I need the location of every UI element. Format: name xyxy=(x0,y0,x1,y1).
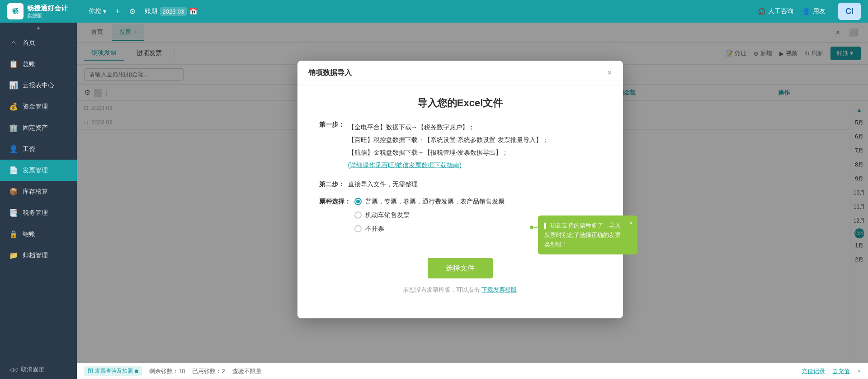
tooltip-bar xyxy=(544,223,546,229)
sidebar-item-invoice[interactable]: 📄 发票管理 xyxy=(0,160,77,181)
footer-text: 若您没有发票模版，可以点击 xyxy=(403,286,480,293)
headset-icon: 🎧 xyxy=(758,8,765,15)
radio-item-2[interactable]: 机动车销售发票 xyxy=(354,211,505,219)
unlimited-label: 查验不限量 xyxy=(232,367,262,375)
service-button[interactable]: 🎧 人工咨询 xyxy=(758,7,793,15)
step2-row: 第二步： 直接导入文件，无需整理 xyxy=(319,180,601,189)
remaining-count: 剩余张数：18 xyxy=(149,367,185,375)
radio-item-3[interactable]: 不开票 xyxy=(354,225,505,233)
dialog-close-button[interactable]: × xyxy=(607,68,612,78)
sidebar-item-inventory[interactable]: 📦 库存核算 xyxy=(0,181,77,202)
import-dialog: 销项数据导入 × 导入您的Excel文件 第一步： 【全电平台】数据下载→【税务… xyxy=(297,61,623,318)
dialog-main-title: 导入您的Excel文件 xyxy=(319,96,601,110)
pin-icon: ◁◁ xyxy=(9,366,18,373)
account-name: 你您 xyxy=(89,7,101,15)
cancel-label: 取消固定 xyxy=(21,365,44,374)
select-file-section: 选择文件 xyxy=(319,258,601,279)
radio-1-label: 普票，专票，卷票，通行费发票，农产品销售发票 xyxy=(365,198,505,206)
invoice-icon: 📄 xyxy=(9,166,18,175)
bottom-bar-close[interactable]: 充值记录 去充值 × xyxy=(802,367,861,375)
sidebar-item-ledger-label: 总账 xyxy=(23,60,35,68)
used-count: 已用张数：2 xyxy=(192,367,225,375)
funds-icon: 💰 xyxy=(9,102,18,111)
bottom-bar: 图 发票查验及拍照 剩余张数：18 已用张数：2 查验不限量 充值记录 去充值 … xyxy=(77,363,868,379)
radio-1-circle xyxy=(354,198,362,205)
sidebar-item-assets-label: 固定资产 xyxy=(23,124,48,132)
step1-line2: 【百旺】税控盘数据下载→【系统设置-系统参数设置-发票批量导入】； xyxy=(348,133,548,146)
topbar: 畅 畅捷通好会计 旗舰版 你您 ▾ + ⚙ 账期 2023-03 📅 🎧 人工咨… xyxy=(0,0,868,23)
sidebar-item-salary[interactable]: 👤 工资 xyxy=(0,138,77,160)
sidebar-item-salary-label: 工资 xyxy=(23,145,35,153)
archive-icon: 📁 xyxy=(9,251,18,260)
radio-2-circle xyxy=(354,212,362,219)
dialog-body: 导入您的Excel文件 第一步： 【全电平台】数据下载→【税务数字账户】； 【百… xyxy=(297,85,623,305)
radio-item-1[interactable]: 普票，专票，卷票，通行费发票，农产品销售发票 xyxy=(354,198,505,206)
sidebar-item-funds[interactable]: 💰 资金管理 xyxy=(0,96,77,117)
account-dropdown-icon: ▾ xyxy=(103,8,106,15)
ledger-icon: 📋 xyxy=(9,60,18,68)
sidebar-item-assets[interactable]: 🏢 固定资产 xyxy=(0,117,77,138)
reports-icon: 📊 xyxy=(9,81,18,90)
add-button[interactable]: + xyxy=(115,7,120,16)
topbar-right: 🎧 人工咨询 👤 用友 CI xyxy=(758,3,861,20)
dialog-footer: 若您没有发票模版，可以点击 下载发票模版 xyxy=(319,286,601,294)
step2-label: 第二步： xyxy=(319,180,344,189)
sidebar-item-home[interactable]: ⌂ 首页 xyxy=(0,33,77,53)
user-label: 用友 xyxy=(813,7,826,15)
tooltip-bubble: × 现在支持的票种多了，导入发票时别忘了选择正确的发票类型呀！ xyxy=(538,216,637,255)
select-file-button[interactable]: 选择文件 xyxy=(428,258,493,279)
settings-icon[interactable]: ⚙ xyxy=(129,7,136,16)
logo-icon: 畅 xyxy=(7,3,24,19)
dialog-step2: 第二步： 直接导入文件，无需整理 xyxy=(319,180,601,189)
download-template-link[interactable]: 下载发票模版 xyxy=(481,286,517,293)
bottom-close-icon[interactable]: × xyxy=(857,368,861,374)
radio-group: 普票，专票，卷票，通行费发票，农产品销售发票 机动车销售发票 不开票 xyxy=(354,198,505,238)
invoice-tag-label: 发票查验及拍照 xyxy=(95,367,133,375)
logo-name: 畅捷通好会计 xyxy=(27,4,68,12)
sidebar-item-reports[interactable]: 📊 云报表中心 xyxy=(0,75,77,96)
dot-indicator xyxy=(135,370,138,373)
user-button[interactable]: 👤 用友 xyxy=(802,7,826,15)
invoice-tag-icon: 图 xyxy=(88,367,93,375)
sidebar-item-close-label: 结账 xyxy=(23,230,35,238)
dialog-step1: 第一步： 【全电平台】数据下载→【税务数字账户】； 【百旺】税控盘数据下载→【系… xyxy=(319,121,601,171)
tooltip-close-btn[interactable]: × xyxy=(629,218,633,228)
period-display: 账期 2023-03 📅 xyxy=(145,7,198,16)
radio-2-label: 机动车销售发票 xyxy=(365,211,410,219)
sidebar-item-inventory-label: 库存核算 xyxy=(23,188,48,196)
dialog-header: 销项数据导入 × xyxy=(297,61,623,85)
tooltip-container: × 现在支持的票种多了，导入发票时别忘了选择正确的发票类型呀！ xyxy=(538,216,637,255)
sidebar-item-close[interactable]: 🔒 结账 xyxy=(0,223,77,245)
radio-3-label: 不开票 xyxy=(365,225,384,233)
user-icon: 👤 xyxy=(802,8,810,15)
sidebar-item-funds-label: 资金管理 xyxy=(23,103,48,111)
sidebar-cancel[interactable]: ◁◁ 取消固定 xyxy=(0,360,77,379)
sidebar-item-archive-label: 归档管理 xyxy=(23,251,48,260)
invoice-check-tag: 图 发票查验及拍照 xyxy=(84,366,142,376)
logo-abbr: 畅 xyxy=(12,7,19,15)
period-label: 账期 xyxy=(145,7,157,15)
sidebar-scroll-up[interactable]: ▲ xyxy=(0,23,77,33)
sidebar-item-ledger[interactable]: 📋 总账 xyxy=(0,53,77,75)
top-up-record-link[interactable]: 充值记录 xyxy=(802,367,825,375)
step1-line1: 【全电平台】数据下载→【税务数字账户】； xyxy=(348,121,548,133)
step1-content: 【全电平台】数据下载→【税务数字账户】； 【百旺】税控盘数据下载→【系统设置-系… xyxy=(348,121,548,171)
step2-content: 直接导入文件，无需整理 xyxy=(348,180,418,189)
charge-link[interactable]: 去充值 xyxy=(832,367,850,375)
radio-label: 票种选择： xyxy=(319,198,351,206)
sidebar: ▲ ⌂ 首页 📋 总账 📊 云报表中心 💰 资金管理 🏢 固定资产 👤 工资 📄… xyxy=(0,23,77,379)
step1-label: 第一步： xyxy=(319,121,344,129)
step1-link: (详细操作见百旺/航信发票数据下载指南) xyxy=(348,159,548,171)
assets-icon: 🏢 xyxy=(9,123,18,132)
sidebar-item-tax[interactable]: 📑 税务管理 xyxy=(0,202,77,223)
close-sidebar-icon: 🔒 xyxy=(9,230,18,238)
calendar-icon[interactable]: 📅 xyxy=(189,8,197,15)
account-selector[interactable]: 你您 ▾ xyxy=(89,7,106,15)
service-label: 人工咨询 xyxy=(768,7,793,15)
guide-link[interactable]: (详细操作见百旺/航信发票数据下载指南) xyxy=(348,161,462,169)
logo: 畅 畅捷通好会计 旗舰版 xyxy=(7,3,80,19)
radio-3-circle xyxy=(354,225,362,232)
sidebar-item-archive[interactable]: 📁 归档管理 xyxy=(0,245,77,266)
logo-text-block: 畅捷通好会计 旗舰版 xyxy=(27,4,68,19)
logo-sub: 旗舰版 xyxy=(27,12,68,19)
